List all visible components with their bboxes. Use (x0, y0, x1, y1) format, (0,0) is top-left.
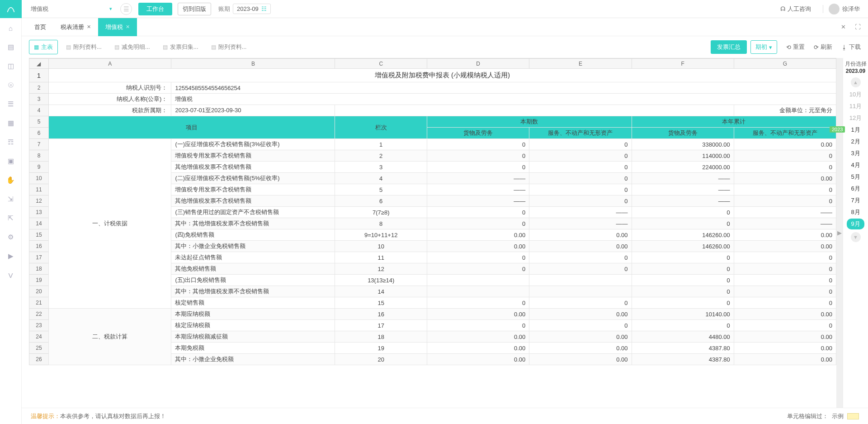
value-cell[interactable]: —— (632, 173, 734, 184)
month-item[interactable]: 8月 (843, 207, 868, 218)
item-cell[interactable]: 核定应纳税额 (171, 320, 335, 331)
item-cell[interactable]: 未达起征点销售额 (171, 252, 335, 263)
value-cell[interactable]: 146260.00 (632, 241, 734, 252)
v-icon[interactable]: V (5, 269, 17, 281)
value-cell[interactable]: 0.00 (427, 331, 529, 343)
col-index-cell[interactable]: 5 (335, 184, 427, 195)
value-cell[interactable]: 0.00 (734, 354, 836, 365)
value-cell[interactable]: 0 (734, 320, 836, 331)
month-item[interactable]: 11月 (843, 101, 868, 112)
value-cell[interactable]: 0 (632, 286, 734, 297)
month-item[interactable]: 12月 (843, 113, 868, 124)
subtab-main[interactable]: ▦主表 (29, 40, 58, 54)
value-cell[interactable]: 0 (734, 150, 836, 162)
subtab-attach2[interactable]: ▤附列资料... (207, 40, 251, 54)
value-cell[interactable]: —— (427, 195, 529, 207)
col-header[interactable]: A (48, 59, 171, 69)
value-cell[interactable]: 0 (427, 252, 529, 263)
notebook-icon[interactable]: ☰ (120, 3, 132, 15)
value-cell[interactable]: 4387.80 (632, 354, 734, 365)
calc-icon[interactable]: ▣ (5, 155, 17, 167)
value-cell[interactable]: 0.00 (529, 331, 632, 343)
item-cell[interactable]: 其中：其他增值税发票不含税销售额 (171, 286, 335, 297)
month-item[interactable]: 6月 (843, 183, 868, 194)
row-number[interactable]: 13 (29, 207, 49, 218)
value-cell[interactable]: 0 (529, 263, 632, 275)
value-cell[interactable]: 0 (529, 297, 632, 309)
download-button[interactable]: ⭳下载 (841, 43, 861, 51)
col-header[interactable]: G (734, 59, 836, 69)
value-cell[interactable]: 0.00 (529, 309, 632, 320)
col-index-cell[interactable]: 8 (335, 218, 427, 229)
value-cell[interactable]: 0 (734, 162, 836, 173)
value-cell[interactable]: 0 (632, 207, 734, 218)
item-cell[interactable]: (二)应征增值税不含税销售额(5%征收率) (171, 173, 335, 184)
row-number[interactable]: 18 (29, 263, 49, 275)
row-number[interactable]: 21 (29, 297, 49, 309)
scroll-down-icon[interactable]: ▼ (851, 232, 861, 242)
tab-home[interactable]: 首页 (27, 18, 53, 36)
tab-tax-list[interactable]: 税表清册✕ (53, 18, 98, 36)
export-icon[interactable]: ⇲ (5, 193, 17, 205)
period-picker[interactable]: 2023-09 ☷ (233, 4, 271, 14)
close-all-icon[interactable]: ✕ (838, 22, 848, 32)
col-header[interactable]: D (427, 59, 529, 69)
subtab-reduce[interactable]: ▤减免明细... (110, 40, 155, 54)
support-link[interactable]: ☊ 人工咨询 (780, 5, 811, 13)
col-index-cell[interactable]: 4 (335, 173, 427, 184)
col-index-cell[interactable]: 17 (335, 320, 427, 331)
value-cell[interactable]: 114000.00 (632, 150, 734, 162)
value-cell[interactable]: 0.00 (529, 229, 632, 241)
app-logo[interactable] (0, 0, 22, 18)
month-item[interactable]: 4月 (843, 160, 868, 171)
hand-icon[interactable]: ✋ (5, 174, 17, 186)
row-number[interactable]: 4 (29, 105, 49, 116)
value-cell[interactable]: 0.00 (427, 354, 529, 365)
item-cell[interactable]: (一)应征增值税不含税销售额(3%征收率) (171, 139, 335, 150)
row-number[interactable]: 26 (29, 354, 49, 365)
scroll-handle[interactable]: ▶ (836, 58, 843, 408)
value-cell[interactable]: 0.00 (529, 241, 632, 252)
col-header[interactable]: B (171, 59, 335, 69)
value-cell[interactable]: 0 (632, 275, 734, 286)
col-index-cell[interactable]: 20 (335, 354, 427, 365)
value-cell[interactable]: 0 (734, 286, 836, 297)
item-cell[interactable]: 增值税专用发票不含税销售额 (171, 184, 335, 195)
value-cell[interactable]: 0.00 (734, 173, 836, 184)
item-cell[interactable]: 其中：小微企业免税额 (171, 354, 335, 365)
value-cell[interactable]: 0 (734, 263, 836, 275)
refresh-button[interactable]: ⟳刷新 (814, 43, 832, 51)
reset-button[interactable]: ⟲重置 (786, 43, 805, 51)
value-cell[interactable]: —— (427, 173, 529, 184)
col-index-cell[interactable]: 12 (335, 263, 427, 275)
scroll-up-icon[interactable]: ▲ (851, 77, 861, 87)
value-cell[interactable]: 4387.80 (632, 343, 734, 354)
col-index-cell[interactable]: 14 (335, 286, 427, 297)
row-number[interactable]: 14 (29, 218, 49, 229)
value-cell[interactable]: 0 (427, 162, 529, 173)
value-cell[interactable]: —— (734, 218, 836, 229)
item-cell[interactable]: 其中：小微企业免税销售额 (171, 241, 335, 252)
row-number[interactable]: 15 (29, 229, 49, 241)
value-cell[interactable]: 338000.00 (632, 139, 734, 150)
col-index-cell[interactable]: 2 (335, 150, 427, 162)
value-cell[interactable]: 0.00 (734, 343, 836, 354)
value-cell[interactable]: 0 (529, 195, 632, 207)
item-cell[interactable]: (三)销售使用过的固定资产不含税销售额 (171, 207, 335, 218)
row-number[interactable]: 7 (29, 139, 49, 150)
value-cell[interactable]: —— (734, 207, 836, 218)
value-cell[interactable]: —— (529, 218, 632, 229)
item-cell[interactable]: 本期免税额 (171, 343, 335, 354)
value-cell[interactable]: 10140.00 (632, 309, 734, 320)
col-header[interactable]: E (529, 59, 632, 69)
value-cell[interactable]: 0 (734, 184, 836, 195)
item-cell[interactable]: 本期应纳税额 (171, 309, 335, 320)
period-start-button[interactable]: 期初▾ (750, 40, 777, 54)
value-cell[interactable]: 0 (734, 275, 836, 286)
value-cell[interactable] (427, 286, 529, 297)
row-number[interactable]: 19 (29, 275, 49, 286)
report-icon[interactable]: ▦ (5, 117, 17, 129)
col-index-cell[interactable]: 13(13≥14) (335, 275, 427, 286)
value-cell[interactable] (427, 275, 529, 286)
row-number[interactable]: 8 (29, 150, 49, 162)
